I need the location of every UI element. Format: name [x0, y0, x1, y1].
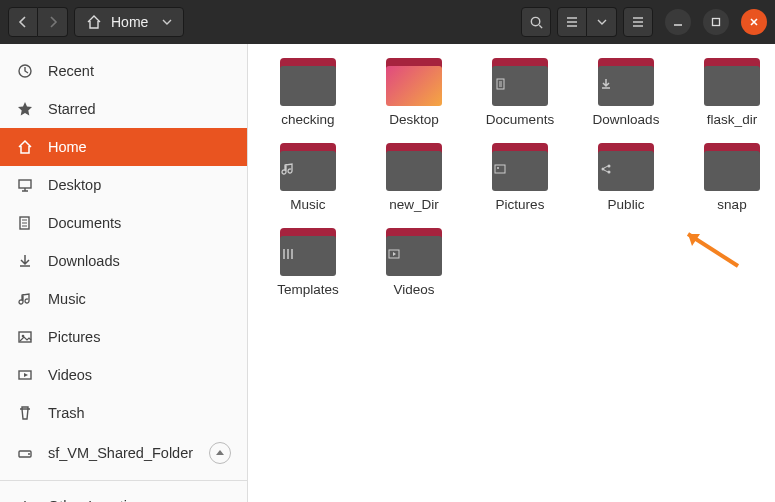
- desktop-icon: [16, 176, 34, 194]
- view-dropdown-button[interactable]: [587, 7, 617, 37]
- folder-public[interactable]: Public: [576, 143, 676, 212]
- sidebar-item-downloads[interactable]: Downloads: [0, 242, 247, 280]
- folder-icon: [280, 228, 336, 276]
- svg-point-0: [531, 17, 539, 25]
- content-area[interactable]: checkingDesktopDocumentsDownloadsflask_d…: [248, 44, 775, 502]
- folder-checking[interactable]: checking: [258, 58, 358, 127]
- eject-button[interactable]: [209, 442, 231, 464]
- minimize-button[interactable]: [665, 9, 691, 35]
- picture-icon: [492, 161, 548, 177]
- sidebar-item-music[interactable]: Music: [0, 280, 247, 318]
- music-icon: [280, 161, 336, 177]
- sidebar-item-label: Starred: [48, 101, 96, 117]
- folder-label: Desktop: [389, 112, 439, 127]
- home-icon: [85, 13, 103, 31]
- sidebar-item-trash[interactable]: Trash: [0, 394, 247, 432]
- folder-icon: [598, 58, 654, 106]
- pictures-icon: [16, 328, 34, 346]
- folder-label: Music: [290, 197, 325, 212]
- downloads-icon: [16, 252, 34, 270]
- folder-downloads[interactable]: Downloads: [576, 58, 676, 127]
- folder-label: Downloads: [593, 112, 660, 127]
- hamburger-menu-button[interactable]: [623, 7, 653, 37]
- folder-icon: [280, 143, 336, 191]
- nav-group: [8, 7, 68, 37]
- folder-videos[interactable]: Videos: [364, 228, 464, 297]
- folder-desktop[interactable]: Desktop: [364, 58, 464, 127]
- titlebar: Home: [0, 0, 775, 44]
- documents-icon: [16, 214, 34, 232]
- back-button[interactable]: [8, 7, 38, 37]
- sidebar-item-starred[interactable]: Starred: [0, 90, 247, 128]
- download-icon: [598, 76, 654, 92]
- folder-icon: [386, 143, 442, 191]
- sidebar-item-recent[interactable]: Recent: [0, 52, 247, 90]
- sidebar-item-label: Trash: [48, 405, 85, 421]
- folder-music[interactable]: Music: [258, 143, 358, 212]
- share-icon: [598, 161, 654, 177]
- path-bar[interactable]: Home: [74, 7, 184, 37]
- folder-documents[interactable]: Documents: [470, 58, 570, 127]
- template-icon: [280, 246, 336, 262]
- sidebar-item-label: Documents: [48, 215, 121, 231]
- sidebar-item-label: Downloads: [48, 253, 120, 269]
- svg-rect-1: [713, 19, 720, 26]
- sidebar-item-label: Videos: [48, 367, 92, 383]
- sidebar-item-label: Pictures: [48, 329, 100, 345]
- folder-label: Videos: [393, 282, 434, 297]
- folder-label: Pictures: [496, 197, 545, 212]
- doc-icon: [492, 76, 548, 92]
- folder-icon: [598, 143, 654, 191]
- svg-point-12: [497, 167, 499, 169]
- folder-icon: [280, 58, 336, 106]
- trash-icon: [16, 404, 34, 422]
- svg-rect-11: [495, 165, 505, 173]
- folder-icon: [492, 143, 548, 191]
- sidebar-item-desktop[interactable]: Desktop: [0, 166, 247, 204]
- sidebar-item-pictures[interactable]: Pictures: [0, 318, 247, 356]
- sidebar-item-sf-vm-shared-folder[interactable]: sf_VM_Shared_Folder: [0, 432, 247, 474]
- folder-icon: [704, 143, 760, 191]
- folder-flask-dir[interactable]: flask_dir: [682, 58, 775, 127]
- folder-label: Templates: [277, 282, 339, 297]
- home-icon: [16, 138, 34, 156]
- sidebar-item-documents[interactable]: Documents: [0, 204, 247, 242]
- folder-icon: [386, 228, 442, 276]
- path-label: Home: [111, 14, 148, 30]
- sidebar-item-home[interactable]: Home: [0, 128, 247, 166]
- sidebar-item-label: Recent: [48, 63, 94, 79]
- folder-icon: [704, 58, 760, 106]
- folder-grid: checkingDesktopDocumentsDownloadsflask_d…: [258, 58, 765, 297]
- folder-icon: [492, 58, 548, 106]
- folder-label: Public: [608, 197, 645, 212]
- sidebar-item-label: Music: [48, 291, 86, 307]
- sidebar-other-locations[interactable]: Other Locations: [0, 487, 247, 502]
- svg-point-9: [28, 453, 30, 455]
- path-dropdown-icon[interactable]: [162, 17, 172, 27]
- folder-templates[interactable]: Templates: [258, 228, 358, 297]
- clock-icon: [16, 62, 34, 80]
- plus-icon: [16, 497, 34, 502]
- folder-new-dir[interactable]: new_Dir: [364, 143, 464, 212]
- sidebar: RecentStarredHomeDesktopDocumentsDownloa…: [0, 44, 248, 502]
- svg-rect-3: [19, 180, 31, 188]
- folder-label: Documents: [486, 112, 554, 127]
- search-button[interactable]: [521, 7, 551, 37]
- video-icon: [386, 246, 442, 262]
- folder-pictures[interactable]: Pictures: [470, 143, 570, 212]
- view-list-button[interactable]: [557, 7, 587, 37]
- star-icon: [16, 100, 34, 118]
- sidebar-item-label: sf_VM_Shared_Folder: [48, 445, 193, 461]
- close-button[interactable]: [741, 9, 767, 35]
- sidebar-item-label: Desktop: [48, 177, 101, 193]
- view-group: [557, 7, 617, 37]
- sidebar-item-label: Other Locations: [48, 498, 150, 502]
- forward-button[interactable]: [38, 7, 68, 37]
- folder-icon: [386, 58, 442, 106]
- sidebar-item-label: Home: [48, 139, 87, 155]
- folder-label: new_Dir: [389, 197, 439, 212]
- folder-snap[interactable]: snap: [682, 143, 775, 212]
- music-icon: [16, 290, 34, 308]
- maximize-button[interactable]: [703, 9, 729, 35]
- sidebar-item-videos[interactable]: Videos: [0, 356, 247, 394]
